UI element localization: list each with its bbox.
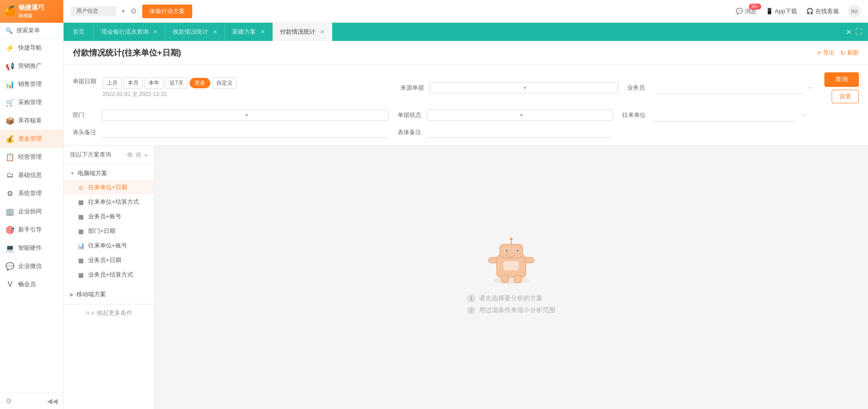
filter-row-3: 表头备注 表体备注 xyxy=(73,127,859,138)
sidebar-nav: ⚡ 快捷导航 📢 营销推广 📊 销售管理 🛒 采购管理 📦 库存核算 💰 资金管… xyxy=(0,39,63,293)
tab-home[interactable]: 首页 xyxy=(64,23,94,41)
source-chevron-icon: ▾ xyxy=(524,85,613,91)
empty-tip-1: 1 请先选择要分析的方案 xyxy=(467,294,555,303)
sidebar-item-quick-nav[interactable]: ⚡ 快捷导航 xyxy=(0,39,63,57)
nav-label-guide: 新手引导 xyxy=(18,226,42,234)
btn-group-right: 查询 设置 xyxy=(824,72,859,103)
scheme-item-salesperson-settlement[interactable]: ▦ 业务员+结算方式 xyxy=(64,268,154,282)
nav-icon-hardware: 💻 xyxy=(5,243,15,252)
tab-label-home: 首页 xyxy=(73,28,85,36)
scheme-item-counterpart-date[interactable]: ⊙ 往来单位+日期 xyxy=(64,180,154,195)
header-chevron-icon[interactable]: ▾ xyxy=(122,8,125,15)
tab-payment-stats[interactable]: 付款情况统计✕ xyxy=(273,23,332,41)
dept-select[interactable]: ▾ xyxy=(102,110,389,121)
sidebar-item-purchase[interactable]: 🛒 采购管理 xyxy=(0,93,63,111)
sidebar-search[interactable]: 🔍 搜索菜单 xyxy=(0,23,63,39)
query-btn[interactable]: 查询 xyxy=(824,72,859,87)
mobile-group-arrow-icon: ▶ xyxy=(70,292,74,298)
online-service-btn[interactable]: 🎧 在线客服 xyxy=(806,7,839,15)
tab-close-bank-flow[interactable]: ✕ xyxy=(153,29,158,35)
scheme-label-dept-date: 部门+日期 xyxy=(88,227,115,235)
scheme-item-dept-date[interactable]: ▦ 部门+日期 xyxy=(64,224,154,238)
source-select[interactable]: ▾ xyxy=(429,82,618,93)
collapse-panel-icon[interactable]: « xyxy=(144,151,148,158)
voucher-status-select[interactable]: ▾ xyxy=(427,110,613,121)
sidebar-item-marketing[interactable]: 📢 营销推广 xyxy=(0,57,63,75)
sidebar-item-system[interactable]: ⚙ 系统管理 xyxy=(0,184,63,202)
counterpart-more-btn[interactable]: ··· xyxy=(799,111,809,119)
sidebar-bottom: ⚙ ◀◀ xyxy=(0,393,63,409)
sidebar-item-inventory[interactable]: 📦 库存核算 xyxy=(0,111,63,130)
header-gear-icon[interactable]: ⚙ xyxy=(130,7,137,15)
source-filter-label: 来源单据 xyxy=(400,84,426,92)
nav-icon-enterprise: 🏢 xyxy=(5,207,15,216)
refresh-btn[interactable]: ↻ 刷新 xyxy=(840,49,859,57)
filter-row-2: 部门 ▾ 单据状态 ▾ 往来单位 xyxy=(73,109,859,121)
collapse-sidebar-icon[interactable]: ◀◀ xyxy=(47,397,58,405)
sidebar-item-operation[interactable]: 📋 经营管理 xyxy=(0,148,63,166)
tab-close-new-scheme[interactable]: ✕ xyxy=(260,29,265,35)
desktop-group-label: 电脑端方案 xyxy=(78,169,107,177)
tab-bank-flow[interactable]: 现金银行流水查询✕ xyxy=(94,23,165,41)
nav-icon-finance: 💰 xyxy=(5,134,15,143)
date-btn-7days[interactable]: 近7天 xyxy=(165,77,188,89)
date-btn-custom[interactable]: 自定义 xyxy=(212,77,237,89)
sidebar-item-finance[interactable]: 💰 资金管理 xyxy=(0,130,63,148)
tab-close-receipt-stats[interactable]: ✕ xyxy=(213,29,217,35)
sidebar-header: 🍊 畅捷通巧 标准版 xyxy=(0,0,63,23)
app-download-btn[interactable]: 📱 App下载 xyxy=(766,7,797,15)
sidebar-item-member[interactable]: V 畅会员 xyxy=(0,275,63,293)
svg-rect-9 xyxy=(489,258,498,263)
svg-point-0 xyxy=(493,277,529,284)
header-note-input[interactable] xyxy=(102,127,389,138)
scheme-item-salesperson-account[interactable]: ▦ 业务员+账号 xyxy=(64,209,154,224)
empty-tips: 1 请先选择要分析的方案 2 用过滤条件来缩小分析范围 xyxy=(467,294,555,318)
filter-area: 单据日期 上月 本月 本年 近7天 更多 自定义 2022-01-01 至 20… xyxy=(64,65,868,146)
date-btn-this-year[interactable]: 本年 xyxy=(145,77,164,89)
date-btn-last-month[interactable]: 上月 xyxy=(103,77,122,89)
app-icon: 📱 xyxy=(766,8,773,15)
salesperson-more-btn[interactable]: ··· xyxy=(806,84,815,92)
svg-rect-10 xyxy=(525,258,534,263)
body-note-input[interactable] xyxy=(427,127,613,138)
desktop-group-header[interactable]: ▼ 电脑端方案 xyxy=(64,167,154,180)
left-panel-header: 按以下方案查询 ⊕ ⊛ « xyxy=(64,146,154,164)
avatar[interactable]: Rit xyxy=(848,5,861,18)
scheme-item-salesperson-date[interactable]: ▦ 业务员+日期 xyxy=(64,253,154,268)
scheme-item-counterpart-settlement[interactable]: ▦ 往来单位+结算方式 xyxy=(64,195,154,209)
message-btn[interactable]: 💬 消息 99+ xyxy=(736,7,757,15)
settings-icon[interactable]: ⚙ xyxy=(5,397,12,405)
settings-scheme-icon[interactable]: ⊛ xyxy=(135,150,141,159)
sidebar-item-hardware[interactable]: 💻 智能硬件 xyxy=(0,239,63,257)
sidebar-item-wechat[interactable]: 💬 企业微信 xyxy=(0,257,63,275)
top-header: 用户信息 ▾ ⚙ 体验行业方案 💬 消息 99+ 📱 App下载 🎧 在线客服 … xyxy=(64,0,868,23)
svg-point-8 xyxy=(516,250,518,252)
salesperson-filter-label: 业务员 xyxy=(627,84,653,92)
scheme-item-counterpart-account[interactable]: 📊 往来单位+账号 xyxy=(64,238,154,253)
filter-row-1: 单据日期 上月 本月 本年 近7天 更多 自定义 2022-01-01 至 20… xyxy=(73,72,859,103)
collapse-more-bar[interactable]: ∧∧ 收起更多条件 xyxy=(64,304,154,322)
trial-btn[interactable]: 体验行业方案 xyxy=(142,5,192,18)
desktop-scheme-group: ▼ 电脑端方案 ⊙ 往来单位+日期 ▦ 往来单位+结算方式 ▦ 业务员+账号 ▦… xyxy=(64,164,154,285)
date-btn-more[interactable]: 更多 xyxy=(190,78,210,88)
sidebar-item-guide[interactable]: 🎯 新手引导 xyxy=(0,221,63,239)
tab-new-scheme[interactable]: 新建方案✕ xyxy=(225,23,273,41)
page-header-actions: ↗ 导出 ↻ 刷新 xyxy=(816,49,859,57)
nav-icon-quick-nav: ⚡ xyxy=(5,43,15,52)
nav-label-basic: 基础信息 xyxy=(18,171,42,179)
nav-icon-inventory: 📦 xyxy=(5,116,15,125)
export-btn[interactable]: ↗ 导出 xyxy=(816,49,835,57)
add-scheme-icon[interactable]: ⊕ xyxy=(127,150,133,159)
tab-close-payment-stats[interactable]: ✕ xyxy=(320,29,324,35)
scheme-icon-salesperson-settlement: ▦ xyxy=(77,271,85,278)
sidebar-item-enterprise[interactable]: 🏢 企业协同 xyxy=(0,202,63,221)
maximize-icon[interactable]: ⛶ xyxy=(855,28,863,36)
close-all-icon[interactable]: ✕ xyxy=(846,28,852,36)
tab-receipt-stats[interactable]: 收款情况统计✕ xyxy=(165,23,225,41)
mobile-group-header[interactable]: ▶ 移动端方案 xyxy=(64,288,154,301)
scheme-icon-salesperson-account: ▦ xyxy=(77,213,85,220)
date-btn-this-month[interactable]: 本月 xyxy=(124,77,143,89)
set-btn[interactable]: 设置 xyxy=(832,90,859,103)
sidebar-item-sales[interactable]: 📊 销售管理 xyxy=(0,75,63,93)
sidebar-item-basic[interactable]: 🗂 基础信息 xyxy=(0,166,63,184)
